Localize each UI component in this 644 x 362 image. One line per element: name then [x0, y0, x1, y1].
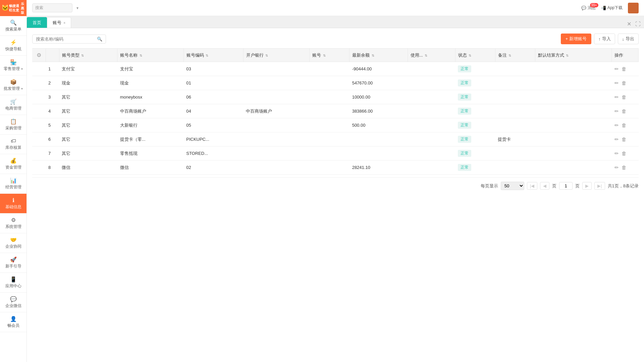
row-index: 5 — [46, 118, 59, 132]
table-row: 6 其它 提货卡（零... PICKUPC... 正常 提货卡 ✏ 🗑 — [32, 132, 639, 146]
sidebar-item-retail[interactable]: 🏪 零售管理 ▾ — [0, 56, 26, 75]
tab-home[interactable]: 首页 — [27, 17, 47, 28]
sidebar-item-ecommerce[interactable]: 🛒 电商管理 — [0, 95, 26, 115]
edit-icon[interactable]: ✏ — [614, 150, 619, 157]
row-index: 6 — [46, 132, 59, 146]
col-type[interactable]: 账号类型 ⇅ — [59, 49, 117, 62]
col-usage[interactable]: 使用... ⇅ — [408, 49, 455, 62]
delete-icon[interactable]: 🗑 — [622, 122, 627, 128]
row-bank — [243, 132, 310, 146]
delete-icon[interactable]: 🗑 — [622, 136, 627, 142]
page-next-button[interactable]: ▶ — [582, 182, 592, 190]
delete-icon[interactable]: 🗑 — [622, 108, 627, 114]
col-settlement[interactable]: 默认结算方式 ⇅ — [535, 49, 611, 62]
message-button[interactable]: 💬 消息 99+ — [581, 5, 596, 11]
col-account[interactable]: 账号 ⇅ — [310, 49, 350, 62]
row-status: 正常 — [455, 161, 495, 175]
page-last-button[interactable]: ▶| — [594, 182, 605, 190]
row-index: 1 — [46, 62, 59, 76]
delete-icon[interactable]: 🗑 — [622, 66, 627, 72]
row-remark — [495, 146, 535, 161]
sidebar-item-basic-info[interactable]: ℹ 基础信息 — [0, 194, 26, 214]
guide-icon: 🚀 — [1, 256, 25, 263]
row-name: 零售抵现 — [117, 146, 184, 161]
row-actions: ✏ 🗑 — [612, 132, 639, 146]
col-name[interactable]: 账号名称 ⇅ — [117, 49, 184, 62]
app-download-button[interactable]: 📲 App下载 — [601, 5, 623, 11]
row-account — [310, 104, 350, 118]
edit-icon[interactable]: ✏ — [614, 122, 619, 128]
row-status: 正常 — [455, 118, 495, 132]
sidebar-item-wholesale[interactable]: 📦 批发管理 ▾ — [0, 75, 26, 95]
status-badge: 正常 — [458, 150, 471, 157]
sidebar-item-finance[interactable]: 💰 资金管理 — [0, 154, 26, 174]
download-icon: 📲 — [601, 6, 606, 10]
header-left: 搜索 ▾ — [32, 3, 78, 12]
sidebar-item-member[interactable]: 👤 畅会员 — [0, 312, 26, 332]
col-remark[interactable]: 备注 ⇅ — [495, 49, 535, 62]
edit-icon[interactable]: ✏ — [614, 108, 619, 114]
add-account-button[interactable]: + 新增账号 — [561, 34, 591, 44]
retail-icon: 🏪 — [1, 59, 25, 65]
tab-accounts[interactable]: 账号 × — [47, 17, 71, 28]
row-actions: ✏ 🗑 — [612, 118, 639, 132]
wholesale-icon: 📦 — [1, 79, 25, 85]
row-balance: 500.00 — [350, 118, 408, 132]
delete-icon[interactable]: 🗑 — [622, 80, 627, 86]
sidebar-item-purchase[interactable]: 📋 采购管理 — [0, 115, 26, 135]
sidebar-item-collaboration[interactable]: 🤝 企业协同 — [0, 233, 26, 253]
sidebar-item-inventory[interactable]: 🏷 库存核算 — [0, 135, 26, 154]
sidebar-item-search[interactable]: 🔍 搜索菜单 — [0, 16, 26, 36]
table-row: 1 支付宝 支付宝 03 -90444.00 正常 ✏ 🗑 — [32, 62, 639, 76]
page-input[interactable] — [559, 182, 573, 190]
row-settlement — [535, 90, 611, 104]
page-first-button[interactable]: |◀ — [527, 182, 537, 190]
delete-icon[interactable]: 🗑 — [622, 165, 627, 170]
col-bank[interactable]: 开户银行 ⇅ — [243, 49, 310, 62]
edit-icon[interactable]: ✏ — [614, 94, 619, 100]
delete-icon[interactable]: 🗑 — [622, 150, 627, 156]
row-status: 正常 — [455, 104, 495, 118]
top-search-box[interactable]: 搜索 — [32, 3, 72, 12]
edit-icon[interactable]: ✏ — [614, 80, 619, 86]
row-remark — [495, 118, 535, 132]
sidebar-item-system[interactable]: ⚙ 系统管理 — [0, 214, 26, 233]
export-button[interactable]: ↓ 导出 — [618, 34, 639, 44]
import-icon: ↑ — [598, 37, 601, 42]
row-type: 其它 — [59, 146, 117, 161]
row-actions: ✏ 🗑 — [612, 76, 639, 90]
sidebar-item-operations[interactable]: 📊 经营管理 — [0, 174, 26, 194]
edit-icon[interactable]: ✏ — [614, 136, 619, 142]
row-settlement — [535, 161, 611, 175]
col-status[interactable]: 状态 ⇅ — [455, 49, 495, 62]
user-avatar[interactable] — [628, 3, 639, 13]
row-name: 中百商场账户 — [117, 104, 184, 118]
page-size-select[interactable]: 50 20 100 — [501, 182, 524, 190]
search-input[interactable] — [36, 37, 95, 42]
col-settings[interactable]: ⚙ — [32, 49, 46, 62]
tab-expand-icon[interactable]: ⛶ — [635, 20, 641, 28]
sidebar-item-quicknav[interactable]: ⚡ 快捷导航 — [0, 36, 26, 56]
row-account — [310, 76, 350, 90]
col-code[interactable]: 账号编码 ⇅ — [183, 49, 243, 62]
inventory-icon: 🏷 — [1, 138, 25, 144]
page-prev-button[interactable]: ◀ — [540, 182, 549, 190]
edit-icon[interactable]: ✏ — [614, 165, 619, 171]
sidebar-item-guide[interactable]: 🚀 新手引导 — [0, 253, 26, 273]
main-area: 搜索 ▾ 💬 消息 99+ 📲 App下载 首页 账号 × ✕ ⛶ — [27, 0, 644, 362]
edit-icon[interactable]: ✏ — [614, 66, 619, 72]
tab-close-icon[interactable]: ✕ — [626, 20, 632, 28]
import-button[interactable]: ↑ 导入 — [594, 34, 615, 44]
col-balance[interactable]: 最新余额 ⇅ — [350, 49, 408, 62]
apps-icon: 📱 — [1, 276, 25, 283]
row-account — [310, 90, 350, 104]
tab-accounts-close[interactable]: × — [63, 21, 65, 25]
sidebar-item-enterprise-wechat[interactable]: 💬 企业微信 — [0, 293, 26, 312]
row-actions: ✏ 🗑 — [612, 62, 639, 76]
row-index: 3 — [46, 90, 59, 104]
sidebar-item-apps[interactable]: 📱 应用中心 — [0, 273, 26, 293]
status-badge: 正常 — [458, 79, 471, 86]
delete-icon[interactable]: 🗑 — [622, 94, 627, 100]
status-badge: 正常 — [458, 136, 471, 143]
settings-gear-icon[interactable]: ⚙ — [37, 52, 41, 58]
